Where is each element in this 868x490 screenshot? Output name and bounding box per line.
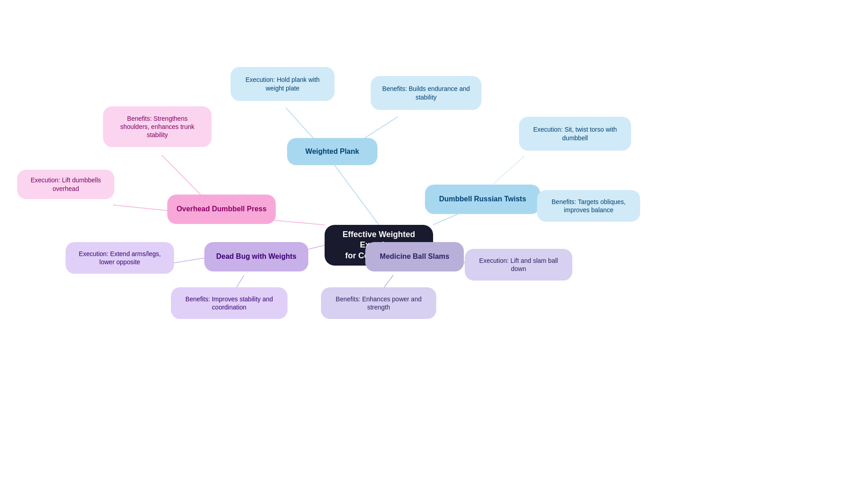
medicine-ball-exec-node: Execution: Lift and slam ball down [465,249,572,281]
overhead-press-ben-node: Benefits: Strengthens shoulders, enhance… [103,106,212,147]
medicine-ball-node[interactable]: Medicine Ball Slams [365,242,464,271]
overhead-press-label: Overhead Dumbbell Press [176,205,266,214]
overhead-press-node[interactable]: Overhead Dumbbell Press [167,195,276,224]
medicine-ball-label: Medicine Ball Slams [380,252,449,262]
weighted-plank-exec-label: Execution: Hold plank with weight plate [245,76,320,92]
dead-bug-ben-label: Benefits: Improves stability and coordin… [185,295,273,311]
overhead-press-exec-label: Execution: Lift dumbbells overhead [31,176,101,192]
dead-bug-node[interactable]: Dead Bug with Weights [204,242,308,271]
dumbbell-russian-exec-label: Execution: Sit, twist torso with dumbbel… [533,125,617,142]
weighted-plank-ben-label: Benefits: Builds endurance and stability [382,85,470,101]
weighted-plank-exec-node: Execution: Hold plank with weight plate [231,67,335,101]
medicine-ball-ben-label: Benefits: Enhances power and strength [336,295,422,311]
dumbbell-russian-node[interactable]: Dumbbell Russian Twists [425,185,540,214]
dead-bug-exec-label: Execution: Extend arms/legs, lower oppos… [79,250,160,266]
dead-bug-ben-node: Benefits: Improves stability and coordin… [171,287,288,319]
weighted-plank-label: Weighted Plank [306,147,359,157]
dumbbell-russian-exec-node: Execution: Sit, twist torso with dumbbel… [519,117,631,151]
dead-bug-exec-node: Execution: Extend arms/legs, lower oppos… [66,242,174,274]
weighted-plank-ben-node: Benefits: Builds endurance and stability [371,76,481,110]
dumbbell-russian-ben-node: Benefits: Targets obliques, improves bal… [537,190,640,222]
dumbbell-russian-ben-label: Benefits: Targets obliques, improves bal… [552,198,626,214]
svg-line-5 [113,205,175,211]
overhead-press-ben-label: Benefits: Strengthens shoulders, enhance… [120,114,194,139]
dead-bug-label: Dead Bug with Weights [216,252,296,262]
weighted-plank-node[interactable]: Weighted Plank [287,138,377,165]
overhead-press-exec-node: Execution: Lift dumbbells overhead [17,170,114,199]
dumbbell-russian-label: Dumbbell Russian Twists [439,195,526,204]
svg-line-0 [335,165,379,225]
medicine-ball-ben-node: Benefits: Enhances power and strength [321,287,436,319]
medicine-ball-exec-label: Execution: Lift and slam ball down [479,257,558,273]
